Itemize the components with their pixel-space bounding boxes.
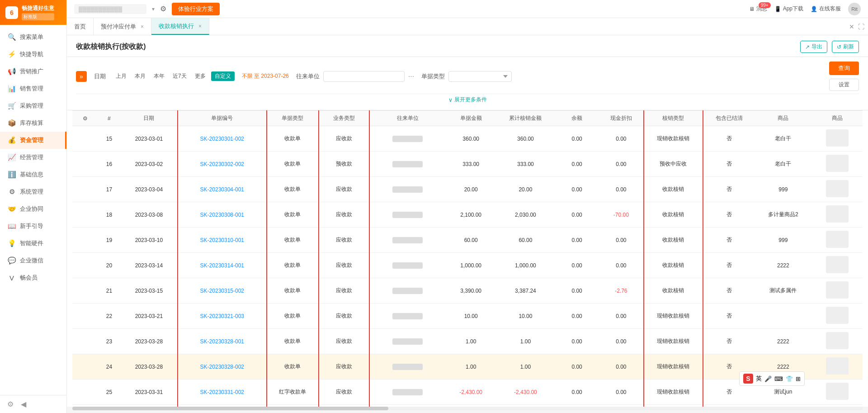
date-btn-more[interactable]: 更多	[192, 71, 208, 81]
sidebar-item-1[interactable]: ⚡快捷导航	[0, 46, 66, 63]
td-cash-disc: -70.00	[599, 202, 643, 228]
td-date: 2023-03-04	[121, 177, 178, 202]
counterpart-input[interactable]	[323, 71, 405, 82]
td-order-no: SK-20230308-001	[178, 202, 267, 228]
expand-button[interactable]: ∨ 展开更多条件	[448, 96, 487, 104]
topbar-search-wrap[interactable]: ▓▓▓▓▓▓▓▓▓▓▓	[74, 4, 146, 14]
solution-button[interactable]: 体验行业方案	[172, 3, 220, 15]
td-goods: 999	[755, 177, 811, 202]
order-no-link[interactable]: SK-20230331-002	[200, 389, 244, 395]
td-balance: 0.00	[555, 304, 599, 329]
td-order-no: SK-20230331-002	[178, 380, 267, 405]
collapse-icon[interactable]: ◀	[21, 400, 26, 408]
topbar-user-avatar[interactable]: Rit	[848, 3, 861, 15]
td-cash-disc: 0.00	[599, 177, 643, 202]
tab-collection-close[interactable]: ×	[198, 23, 202, 29]
sidebar-item-5[interactable]: 📦库存核算	[0, 114, 66, 132]
sidebar-item-2[interactable]: 📢营销推广	[0, 63, 66, 80]
td-order-no: SK-20230304-001	[178, 177, 267, 202]
order-no-link[interactable]: SK-20230314-001	[200, 262, 244, 269]
watermark: S 英 🎤 ⌨ 👕 ⊞	[739, 371, 805, 386]
order-no-link[interactable]: SK-20230328-001	[200, 338, 244, 345]
td-cum-write: -2,430.00	[496, 380, 555, 405]
order-no-link[interactable]: SK-20230301-002	[200, 136, 244, 142]
service-icon: 👤	[811, 6, 817, 12]
query-button[interactable]: 查询	[829, 62, 859, 75]
main-table: ⚙ # 日期 单据编号 单据类型 业务类型 往来单位 单据金额 累计核销金额 余…	[72, 110, 863, 407]
td-bill-type: 收款单	[267, 253, 319, 278]
sidebar-item-10[interactable]: 🤝企业协同	[0, 200, 66, 218]
order-no-link[interactable]: SK-20230315-002	[200, 288, 244, 294]
td-write-type: 收款核销	[644, 202, 703, 228]
watermark-keyboard-icon[interactable]: ⌨	[774, 375, 783, 382]
topbar-app-download[interactable]: 📱 App下载	[774, 5, 803, 13]
td-num: 20	[98, 253, 121, 278]
td-balance: 0.00	[555, 354, 599, 380]
date-btn-7days[interactable]: 近7天	[170, 71, 189, 81]
td-bill-type: 收款单	[267, 228, 319, 253]
td-balance: 0.00	[555, 380, 599, 405]
sidebar-item-7[interactable]: 📈经营管理	[0, 149, 66, 166]
date-btn-this-year[interactable]: 本年	[151, 71, 167, 81]
table-row: 17 2023-03-04 SK-20230304-001 收款单 应收款 20…	[72, 177, 863, 202]
sidebar-item-3[interactable]: 📊销售管理	[0, 80, 66, 97]
export-button[interactable]: ↗ 导出	[800, 41, 827, 53]
filter-toggle-button[interactable]: »	[76, 71, 87, 82]
table-scrollbar-thumb[interactable]	[72, 407, 388, 410]
tab-prepay[interactable]: 预付冲应付单 ×	[94, 18, 151, 35]
settings-button[interactable]: 设置	[829, 79, 859, 91]
td-date: 2023-03-02	[121, 152, 178, 177]
sidebar-icon-3: 📊	[7, 85, 16, 93]
order-no-link[interactable]: SK-20230310-001	[200, 237, 244, 243]
topbar-dropdown-arrow[interactable]: ▾	[152, 6, 155, 12]
sidebar-item-12[interactable]: 💡智能硬件	[0, 235, 66, 252]
tab-prepay-close[interactable]: ×	[141, 24, 144, 30]
watermark-shirt-icon[interactable]: 👕	[786, 375, 793, 382]
sidebar-item-9[interactable]: ⚙系统管理	[0, 183, 66, 200]
th-counterpart: 往来单位	[369, 111, 445, 126]
td-goods2	[812, 380, 863, 405]
order-no-link[interactable]: SK-20230302-002	[200, 161, 244, 167]
td-order-no: SK-20230328-001	[178, 329, 267, 354]
date-btn-last-month[interactable]: 上月	[113, 71, 129, 81]
td-date: 2023-03-31	[121, 380, 178, 405]
order-no-link[interactable]: SK-20230308-001	[200, 212, 244, 218]
order-no-link[interactable]: SK-20230304-001	[200, 186, 244, 193]
sidebar-item-8[interactable]: ℹ️基础信息	[0, 166, 66, 183]
tab-home[interactable]: 首页	[67, 18, 94, 35]
watermark-s-icon: S	[743, 374, 753, 384]
th-settings[interactable]: ⚙	[72, 111, 98, 126]
watermark-grid-icon[interactable]: ⊞	[796, 375, 801, 382]
sidebar-item-6[interactable]: 💰资金管理	[0, 132, 66, 149]
td-settings	[72, 354, 98, 380]
sidebar-item-11[interactable]: 📖新手引导	[0, 218, 66, 235]
sidebar-item-13[interactable]: 💬企业微信	[0, 252, 66, 269]
sidebar-item-0[interactable]: 🔍搜索菜单	[0, 28, 66, 46]
sidebar-label-12: 智能硬件	[20, 239, 43, 247]
watermark-mic-icon[interactable]: 🎤	[764, 375, 772, 382]
tab-close-all-icon[interactable]: ✕	[849, 23, 854, 30]
td-write-type: 收款核销	[644, 177, 703, 202]
td-bill-type: 红字收款单	[267, 380, 319, 405]
bill-type-select[interactable]	[448, 71, 512, 82]
table-scrollbar[interactable]	[72, 407, 863, 410]
sidebar-item-4[interactable]: 🛒采购管理	[0, 97, 66, 114]
td-goods2	[812, 354, 863, 380]
sidebar-icon-11: 📖	[7, 222, 16, 230]
refresh-button[interactable]: ↺ 刷新	[832, 41, 859, 53]
counterpart-more-dots[interactable]: ···	[408, 72, 414, 81]
topbar-online-service[interactable]: 👤 在线客服	[811, 5, 841, 13]
tab-fullscreen-icon[interactable]: ⛶	[858, 23, 864, 30]
date-btn-custom[interactable]: 自定义	[211, 71, 235, 81]
topbar-message[interactable]: 🖥 消息 99+	[749, 5, 767, 13]
topbar-gear-icon[interactable]: ⚙	[160, 5, 166, 13]
td-incl-settled: 否	[703, 126, 755, 152]
th-incl-settled: 包含已结清	[703, 111, 755, 126]
sidebar-item-14[interactable]: V畅会员	[0, 269, 66, 286]
order-no-link[interactable]: SK-20230328-002	[200, 364, 244, 370]
td-cum-write: 10.00	[496, 304, 555, 329]
date-btn-this-month[interactable]: 本月	[132, 71, 148, 81]
tab-collection[interactable]: 收款核销执行 ×	[151, 18, 209, 35]
settings-icon[interactable]: ⚙	[7, 400, 14, 408]
order-no-link[interactable]: SK-20230321-003	[200, 313, 244, 319]
